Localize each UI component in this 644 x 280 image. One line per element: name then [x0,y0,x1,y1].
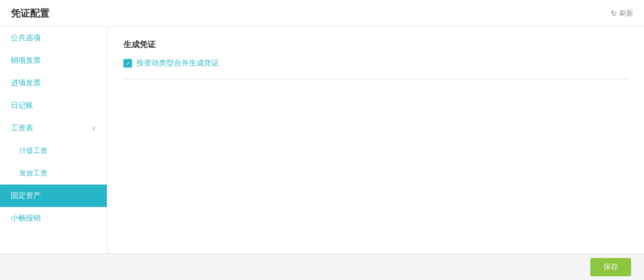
sidebar-item-journal[interactable]: 日记账 [0,94,107,117]
sidebar-item-label: 销项发票 [11,56,41,65]
sidebar-item-label: 计提工资 [19,146,47,156]
merge-generate-voucher-checkbox[interactable]: ✓ 按变动类型合并生成凭证 [123,58,219,68]
main-container: 公共选项销项发票进项发票日记账工资表∨计提工资发放工资固定资产小畅报销 生成凭证… [0,27,644,253]
sidebar-item-label: 发放工资 [19,168,47,178]
section-divider [123,79,628,79]
checkbox-label: 按变动类型合并生成凭证 [136,58,219,68]
sidebar-item-expense-claim[interactable]: 小畅报销 [0,207,107,230]
sidebar-item-fixed-assets[interactable]: 固定资产 [0,185,107,207]
header: 凭证配置 ↻ 刷新 [0,0,644,27]
content-area: 生成凭证 ✓ 按变动类型合并生成凭证 [107,27,644,253]
refresh-button[interactable]: ↻ 刷新 [611,9,633,18]
sidebar-item-label: 工资表 [11,123,33,133]
section-title: 生成凭证 [123,40,628,50]
refresh-icon: ↻ [611,9,617,18]
sidebar-item-payroll-accrual[interactable]: 计提工资 [0,139,107,162]
chevron-down-icon: ∨ [91,124,96,132]
sidebar-item-public-options[interactable]: 公共选项 [0,27,107,49]
footer: 保存 [0,253,644,280]
sidebar-item-label: 固定资产 [11,191,41,201]
sidebar-item-label: 日记账 [11,101,33,110]
sidebar-item-sales-invoice[interactable]: 销项发票 [0,49,107,72]
save-button[interactable]: 保存 [590,258,631,276]
refresh-label: 刷新 [619,9,633,18]
sidebar-item-purchase-invoice[interactable]: 进项发票 [0,72,107,94]
sidebar-item-label: 进项发票 [11,78,41,88]
page-title: 凭证配置 [11,7,49,20]
checkbox-box: ✓ [123,59,132,68]
checkbox-row: ✓ 按变动类型合并生成凭证 [123,58,628,68]
sidebar-item-payroll-release[interactable]: 发放工资 [0,162,107,185]
sidebar-item-payroll[interactable]: 工资表∨ [0,117,107,139]
sidebar: 公共选项销项发票进项发票日记账工资表∨计提工资发放工资固定资产小畅报销 [0,27,107,253]
check-mark-icon: ✓ [126,61,130,67]
sidebar-item-label: 公共选项 [11,33,41,43]
sidebar-item-label: 小畅报销 [11,213,41,223]
